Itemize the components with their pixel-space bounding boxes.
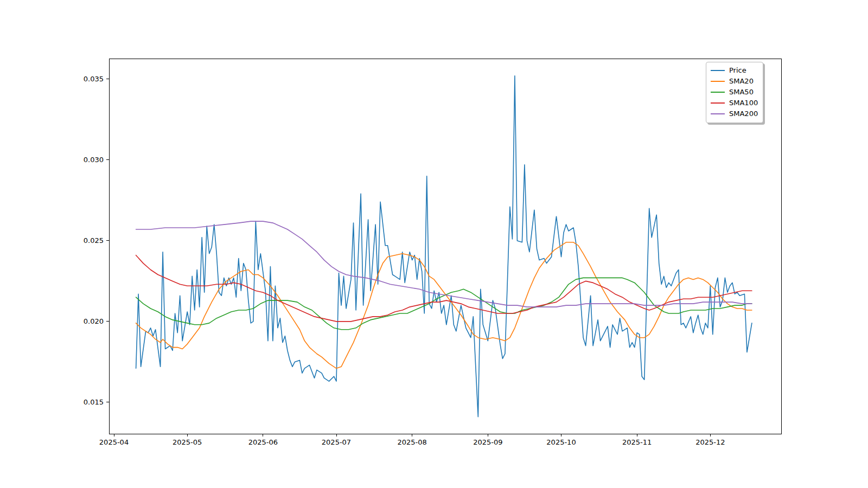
legend-item-sma100: SMA100 [711, 98, 758, 108]
legend-label: Price [729, 65, 746, 76]
legend-label: SMA50 [729, 87, 754, 98]
x-tick-label: 2025-06 [248, 438, 278, 446]
x-tick-label: 2025-08 [398, 438, 427, 446]
x-tick-label: 2025-09 [473, 438, 502, 446]
axes-frame [109, 59, 781, 434]
legend-label: SMA20 [729, 76, 754, 87]
series-line-price [136, 76, 752, 417]
y-tick-label: 0.020 [84, 317, 104, 325]
legend-label: SMA200 [729, 108, 758, 119]
x-tick-label: 2025-04 [99, 438, 129, 446]
legend-item-sma20: SMA20 [711, 76, 758, 87]
x-tick-label: 2025-07 [322, 438, 351, 446]
legend-line-sample-price [711, 70, 725, 71]
legend-line-sample-sma200 [711, 113, 725, 114]
chart-figure: 2025-042025-052025-062025-072025-082025-… [0, 0, 868, 488]
legend-line-sample-sma50 [711, 92, 725, 93]
legend-label: SMA100 [729, 98, 758, 108]
x-tick-label: 2025-12 [695, 438, 725, 446]
x-tick-label: 2025-10 [546, 438, 576, 446]
legend-line-sample-sma20 [711, 81, 725, 82]
x-tick-label: 2025-11 [622, 438, 652, 446]
legend-line-sample-sma100 [711, 102, 725, 104]
legend-item-sma50: SMA50 [711, 87, 758, 98]
legend: PriceSMA20SMA50SMA100SMA200 [706, 62, 763, 123]
y-tick-label: 0.030 [84, 156, 104, 164]
legend-item-price: Price [711, 65, 758, 76]
legend-item-sma200: SMA200 [711, 108, 758, 119]
y-tick-label: 0.015 [84, 398, 104, 406]
series-line-sma50 [136, 278, 752, 329]
y-tick-label: 0.025 [84, 236, 104, 245]
x-tick-label: 2025-05 [173, 438, 202, 446]
y-tick-label: 0.035 [84, 75, 104, 83]
